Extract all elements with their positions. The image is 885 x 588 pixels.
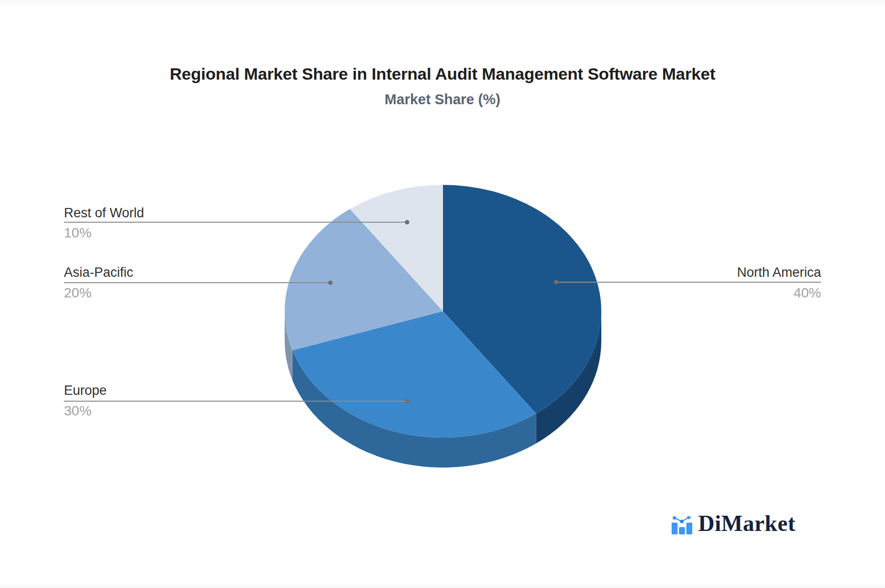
callout-label-asia-pacific: Asia-Pacific xyxy=(64,265,133,280)
pie-chart-svg xyxy=(0,0,885,588)
callout-label-europe: Europe xyxy=(64,382,107,398)
callout-value-asia-pacific: 20% xyxy=(64,285,91,301)
callout-value-europe: 30% xyxy=(64,403,91,419)
leader-dot-europe xyxy=(405,399,410,404)
bar-chart-icon xyxy=(671,516,693,535)
leader-dot-north-america xyxy=(554,280,559,285)
leader-dot-asia-pacific xyxy=(328,281,333,285)
callout-value-rest-of-world: 10% xyxy=(64,225,91,241)
logo-text: DiMarket xyxy=(698,512,796,535)
chart-canvas: Regional Market Share in Internal Audit … xyxy=(0,0,885,588)
callout-label-north-america: North America xyxy=(737,265,821,280)
callout-value-north-america: 40% xyxy=(794,285,821,301)
leader-dot-rest-of-world xyxy=(405,220,410,225)
dimarket-logo: DiMarket xyxy=(671,512,796,535)
callout-label-rest-of-world: Rest of World xyxy=(64,205,144,221)
